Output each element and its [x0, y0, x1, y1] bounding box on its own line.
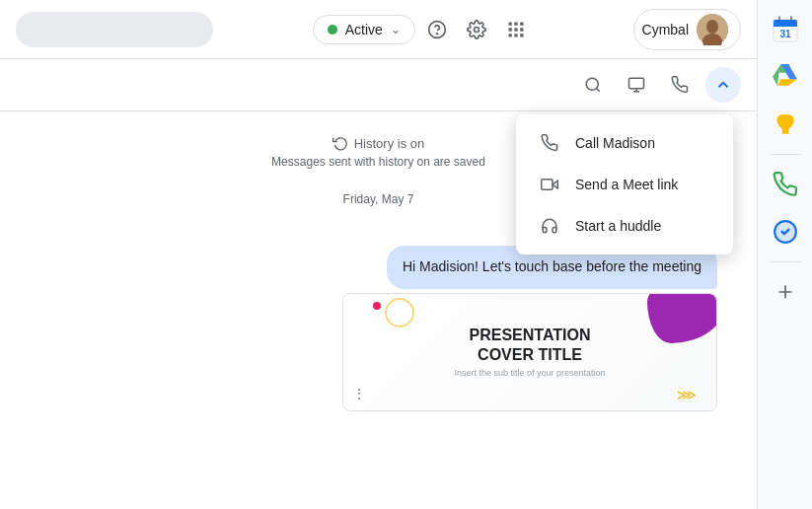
decoration-arrows: ⋙: [677, 387, 697, 402]
chevron-up-icon: [714, 76, 732, 94]
decoration-dot-pink: [373, 302, 381, 310]
call-madison-label: Call Madison: [575, 135, 655, 151]
apps-button[interactable]: [498, 12, 534, 47]
sidebar-divider-2: [770, 261, 801, 262]
header-right: Cymbal: [633, 9, 741, 50]
sidebar-divider: [770, 154, 801, 155]
google-drive-icon[interactable]: [766, 57, 805, 97]
google-calendar-icon[interactable]: 31: [766, 10, 805, 49]
grid-icon: [506, 20, 526, 39]
google-tasks-icon[interactable]: [766, 212, 805, 252]
help-button[interactable]: [419, 12, 455, 47]
presentation-subtitle: Insert the sub title of your presentatio…: [454, 368, 605, 378]
svg-rect-8: [520, 28, 523, 31]
history-icon: [332, 135, 348, 151]
search-bar: [16, 12, 213, 47]
history-title: History is on: [332, 135, 425, 151]
svg-rect-3: [508, 22, 511, 25]
svg-rect-7: [514, 28, 517, 31]
screen-share-button[interactable]: [619, 67, 654, 103]
start-huddle-label: Start a huddle: [575, 218, 661, 234]
svg-rect-24: [774, 24, 797, 27]
google-keep-icon[interactable]: [766, 105, 805, 144]
google-voice-icon[interactable]: [766, 165, 805, 204]
svg-line-16: [596, 88, 599, 91]
svg-text:31: 31: [779, 29, 791, 39]
decoration-circle: [385, 298, 414, 327]
phone-dropdown-icon: [540, 134, 559, 152]
search-icon: [584, 76, 602, 94]
start-huddle-item[interactable]: Start a huddle: [516, 205, 733, 247]
gear-icon: [467, 20, 486, 39]
plus-icon: [775, 282, 795, 302]
active-label: Active: [345, 22, 383, 37]
svg-rect-5: [520, 22, 523, 25]
svg-rect-10: [514, 34, 517, 36]
help-icon: [427, 20, 447, 39]
send-meet-link-item[interactable]: Send a Meet link: [516, 164, 733, 205]
toolbar: Call Madison Send a Meet link: [0, 59, 757, 111]
svg-point-15: [586, 78, 598, 90]
decoration-blob: [647, 293, 717, 343]
svg-rect-6: [508, 28, 511, 31]
history-on-label: History is on: [354, 136, 425, 151]
active-dot: [328, 25, 337, 35]
svg-marker-20: [553, 181, 557, 188]
history-notice: History is on Messages sent with history…: [271, 135, 485, 169]
svg-rect-4: [514, 22, 517, 25]
chevron-down-icon: ⌄: [391, 23, 401, 36]
presentation-title: PRESENTATION COVER TITLE: [470, 326, 591, 363]
header-left: [16, 12, 213, 47]
pres-title-line1: PRESENTATION: [470, 327, 591, 343]
avatar: [697, 14, 728, 45]
phone-icon: [671, 76, 689, 94]
dropdown-menu: Call Madison Send a Meet link: [516, 114, 733, 254]
header: Active ⌄: [0, 0, 757, 59]
date-label: Friday, May 7: [343, 192, 414, 206]
history-subtitle: Messages sent with history on are saved: [271, 155, 485, 169]
svg-rect-9: [508, 34, 511, 36]
screen-share-icon: [627, 76, 645, 94]
user-name: Cymbal: [642, 22, 689, 37]
phone-button[interactable]: [662, 67, 698, 103]
settings-button[interactable]: [459, 12, 494, 47]
svg-point-13: [706, 20, 718, 34]
add-app-button[interactable]: [768, 274, 803, 310]
svg-rect-11: [520, 34, 523, 36]
user-profile[interactable]: Cymbal: [633, 9, 741, 50]
header-center: Active ⌄: [313, 12, 534, 47]
search-toolbar-button[interactable]: [575, 67, 611, 103]
message-row: You 3:27 PM Hi Madision! Let's touch bas…: [39, 230, 717, 411]
more-button[interactable]: [705, 67, 741, 103]
call-madison-item[interactable]: Call Madison: [516, 122, 733, 164]
headphones-dropdown-icon: [540, 217, 559, 235]
decoration-dots: ⋮: [353, 387, 365, 400]
svg-rect-17: [629, 78, 644, 89]
video-dropdown-icon: [540, 176, 559, 193]
active-status-badge[interactable]: Active ⌄: [313, 15, 415, 44]
svg-point-2: [474, 27, 479, 32]
send-meet-link-label: Send a Meet link: [575, 177, 678, 192]
presentation-card[interactable]: PRESENTATION COVER TITLE Insert the sub …: [342, 293, 717, 411]
right-sidebar: 31: [757, 0, 812, 509]
svg-rect-21: [542, 180, 553, 190]
presentation-content: PRESENTATION COVER TITLE Insert the sub …: [343, 294, 716, 410]
pres-title-line2: COVER TITLE: [478, 346, 582, 363]
